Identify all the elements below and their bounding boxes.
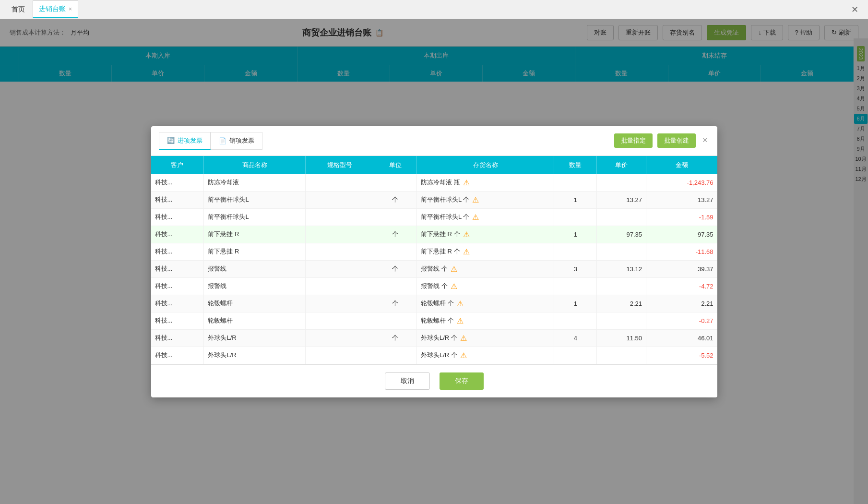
table-row: 科技...轮毂螺杆个 轮毂螺杆 个 ⚠ 12.212.21	[151, 295, 717, 312]
th-amount: 金额	[646, 156, 717, 174]
warning-icon: ⚠	[463, 230, 470, 239]
inventory-name: 报警线 个	[421, 264, 448, 273]
table-row: 科技...前平衡杆球头L 前平衡杆球头L 个 ⚠ -1.59	[151, 208, 717, 226]
tab-active-label: 进销台账	[39, 5, 66, 13]
warning-icon: ⚠	[463, 178, 470, 187]
inventory-name: 防冻冷却液 瓶	[421, 178, 460, 187]
tab-close-icon[interactable]: ×	[69, 6, 72, 12]
warning-icon: ⚠	[451, 282, 457, 291]
inventory-name: 前平衡杆球头L 个	[421, 195, 469, 204]
save-button[interactable]: 保存	[440, 372, 484, 390]
table-header-row: 客户 商品名称 规格型号 单位 存货名称 数量 单价 金额	[151, 156, 717, 174]
table-row: 科技...外球头L/R个 外球头L/R 个 ⚠ 411.5046.01	[151, 329, 717, 347]
th-unit: 单位	[374, 156, 416, 174]
batch-assign-button[interactable]: 批量指定	[614, 133, 653, 148]
tab-sales-invoice[interactable]: 📄 销项发票	[211, 132, 262, 150]
tab-bar: 首页 进销台账 × ✕	[0, 0, 868, 19]
modal-dialog: 🔄 进项发票 📄 销项发票 批量指定 批量创建 ×	[151, 126, 717, 397]
th-spec: 规格型号	[306, 156, 374, 174]
warning-icon: ⚠	[463, 247, 470, 256]
warning-icon: ⚠	[457, 316, 464, 325]
modal-table-body: 科技...防冻冷却液 防冻冷却液 瓶 ⚠ -1,243.76科技...前平衡杆球…	[151, 174, 717, 364]
table-row: 科技...防冻冷却液 防冻冷却液 瓶 ⚠ -1,243.76	[151, 174, 717, 192]
modal-overlay: 🔄 进项发票 📄 销项发票 批量指定 批量创建 ×	[0, 19, 868, 504]
inventory-name: 前平衡杆球头L 个	[421, 213, 469, 221]
sales-tab-label: 销项发票	[229, 136, 254, 145]
main-area: 销售成本计算方法： 月平均 商贸企业进销台账 📋 对账 重新开账 存货别名 生成…	[0, 19, 868, 504]
sales-tab-icon: 📄	[219, 137, 226, 144]
warning-icon: ⚠	[457, 299, 464, 308]
tab-home[interactable]: 首页	[4, 1, 33, 18]
inventory-name: 轮毂螺杆 个	[421, 316, 454, 325]
window-close-button[interactable]: ✕	[845, 0, 864, 19]
incoming-tab-icon: 🔄	[167, 137, 175, 144]
modal-header-actions: 批量指定 批量创建 ×	[614, 133, 710, 148]
incoming-tab-label: 进项发票	[178, 136, 202, 145]
th-price: 单价	[597, 156, 646, 174]
inventory-name: 报警线 个	[421, 282, 448, 290]
th-product: 商品名称	[204, 156, 306, 174]
modal-footer: 取消 保存	[151, 364, 717, 397]
modal-close-button[interactable]: ×	[701, 133, 710, 148]
inventory-name: 前下悬挂 R 个	[421, 230, 460, 239]
table-row: 科技...前下悬挂 R个 前下悬挂 R 个 ⚠ 197.3597.35	[151, 226, 717, 243]
inventory-name: 外球头L/R 个	[421, 351, 457, 360]
table-row: 科技...报警线个 报警线 个 ⚠ 313.1239.37	[151, 260, 717, 277]
modal-table[interactable]: 客户 商品名称 规格型号 单位 存货名称 数量 单价 金额 科技...防冻冷却液…	[151, 156, 717, 364]
table-row: 科技...前平衡杆球头L个 前平衡杆球头L 个 ⚠ 113.2713.27	[151, 191, 717, 208]
inventory-name: 轮毂螺杆 个	[421, 299, 454, 308]
tab-active[interactable]: 进销台账 ×	[33, 0, 78, 18]
warning-icon: ⚠	[460, 334, 467, 343]
table-row: 科技...轮毂螺杆 轮毂螺杆 个 ⚠ -0.27	[151, 312, 717, 329]
table-row: 科技...报警线 报警线 个 ⚠ -4.72	[151, 277, 717, 295]
cancel-button[interactable]: 取消	[385, 372, 430, 390]
tab-incoming-invoice[interactable]: 🔄 进项发票	[159, 132, 211, 150]
warning-icon: ⚠	[451, 264, 457, 274]
table-row: 科技...前下悬挂 R 前下悬挂 R 个 ⚠ -11.68	[151, 243, 717, 260]
inventory-name: 外球头L/R 个	[421, 334, 457, 342]
table-row: 科技...外球头L/R 外球头L/R 个 ⚠ -5.52	[151, 347, 717, 364]
inventory-name: 前下悬挂 R 个	[421, 247, 460, 256]
th-customer: 客户	[151, 156, 204, 174]
batch-create-button[interactable]: 批量创建	[657, 133, 696, 148]
modal-header: 🔄 进项发票 📄 销项发票 批量指定 批量创建 ×	[151, 126, 717, 156]
th-qty: 数量	[554, 156, 597, 174]
warning-icon: ⚠	[472, 195, 479, 204]
th-inventory: 存货名称	[416, 156, 554, 174]
warning-icon: ⚠	[460, 351, 467, 360]
warning-icon: ⚠	[472, 213, 479, 222]
modal-tabs: 🔄 进项发票 📄 销项发票	[159, 132, 262, 150]
